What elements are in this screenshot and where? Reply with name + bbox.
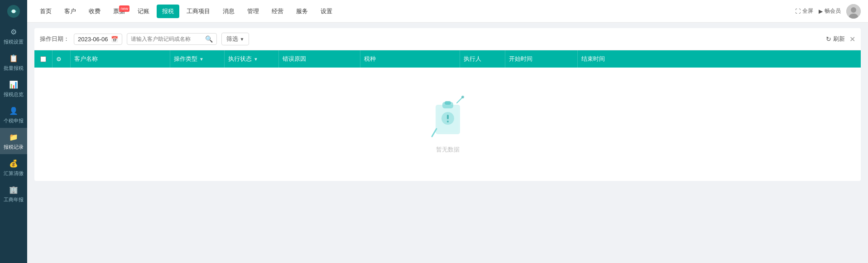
select-all-checkbox[interactable] xyxy=(40,56,46,62)
topnav-item-jingying[interactable]: 经营 xyxy=(266,5,289,18)
sort-icon-status: ▼ xyxy=(254,57,258,62)
gongshang-nianbao-label: 工商年报 xyxy=(4,196,24,203)
sidebar-item-baoshui-jilu[interactable]: 📁 报税记录 xyxy=(0,128,27,154)
sidebar-item-baoshui-zonlan[interactable]: 📊 报税总览 xyxy=(0,75,27,102)
search-box[interactable]: 🔍 xyxy=(127,33,217,45)
sidebar: ⚙ 报税设置 📋 批量报税 📊 报税总览 👤 个税申报 📁 报税记录 💰 汇算清… xyxy=(0,0,27,263)
th-operation-type-label: 操作类型 xyxy=(174,55,197,63)
svg-rect-11 xyxy=(447,121,449,122)
jingying-label: 经营 xyxy=(272,8,283,15)
main-panel: 操作日期： 2023-06-06 📅 🔍 筛选 ▼ ↻ 刷新 xyxy=(34,28,861,181)
home-label: 首页 xyxy=(40,8,52,15)
filter-button[interactable]: 筛选 ▼ xyxy=(221,33,249,45)
refresh-icon: ↻ xyxy=(826,35,831,43)
date-value: 2023-06-06 xyxy=(78,36,108,43)
svg-point-1 xyxy=(12,10,15,13)
shezhi-label: 设置 xyxy=(321,8,332,15)
baoshui-shezhi-label: 报税设置 xyxy=(4,39,24,45)
topnav-item-guanli[interactable]: 管理 xyxy=(242,5,264,18)
app-logo xyxy=(0,0,27,23)
geshuishenba-label: 个税申报 xyxy=(4,117,24,124)
date-picker[interactable]: 2023-06-06 📅 xyxy=(74,34,122,45)
th-execution-status-label: 执行状态 xyxy=(228,55,252,63)
baoshui-shezhi-icon: ⚙ xyxy=(8,26,19,37)
refresh-label: 刷新 xyxy=(833,35,845,43)
toolbar-right: ↻ 刷新 ✕ xyxy=(826,35,855,44)
play-icon: ▶ xyxy=(819,8,823,15)
calendar-icon: 📅 xyxy=(111,36,118,43)
th-checkbox[interactable] xyxy=(34,50,53,68)
member-label: 畅会员 xyxy=(825,7,841,15)
topnav-item-piaoju[interactable]: 票据new xyxy=(108,5,130,18)
topnav-item-fuwu[interactable]: 服务 xyxy=(291,5,313,18)
th-execution-status[interactable]: 执行状态 ▼ xyxy=(225,50,279,68)
date-label: 操作日期： xyxy=(40,35,69,43)
user-avatar[interactable] xyxy=(846,4,861,19)
refresh-button[interactable]: ↻ 刷新 xyxy=(826,35,845,43)
piaoju-badge: new xyxy=(119,5,129,12)
topnav-item-xiaoxi[interactable]: 消息 xyxy=(217,5,240,18)
topnav-item-baoshui[interactable]: 报税 xyxy=(157,5,179,18)
th-settings[interactable]: ⚙ xyxy=(53,50,71,68)
gongshang-label: 工商项目 xyxy=(187,8,210,15)
topnav: 首页客户收费票据new记账报税工商项目消息管理经营服务设置 ⛶ 全屏 ▶ 畅会员 xyxy=(27,0,868,23)
th-operation-type[interactable]: 操作类型 ▼ xyxy=(170,50,225,68)
topnav-right: ⛶ 全屏 ▶ 畅会员 xyxy=(795,4,861,19)
search-icon: 🔍 xyxy=(205,35,213,43)
th-start-time: 开始时间 xyxy=(505,50,578,68)
content-area: 操作日期： 2023-06-06 📅 🔍 筛选 ▼ ↻ 刷新 xyxy=(27,23,868,263)
member-button[interactable]: ▶ 畅会员 xyxy=(819,7,841,15)
chevron-down-icon: ▼ xyxy=(240,37,245,42)
empty-illustration xyxy=(427,95,468,140)
topnav-item-home[interactable]: 首页 xyxy=(34,5,57,18)
settings-icon: ⚙ xyxy=(56,56,62,63)
topnav-item-customer[interactable]: 客户 xyxy=(59,5,82,18)
topnav-item-shoufei[interactable]: 收费 xyxy=(83,5,106,18)
piliang-baoshui-icon: 📋 xyxy=(8,53,19,63)
sidebar-item-baoshui-shezhi[interactable]: ⚙ 报税设置 xyxy=(0,23,27,49)
topnav-item-shezhi[interactable]: 设置 xyxy=(315,5,338,18)
geshuishenba-icon: 👤 xyxy=(8,105,19,116)
toolbar: 操作日期： 2023-06-06 📅 🔍 筛选 ▼ ↻ 刷新 xyxy=(34,28,861,50)
baoshui-zonlan-label: 报税总览 xyxy=(4,91,24,98)
baoshui-zonlan-icon: 📊 xyxy=(8,79,19,90)
xiaoxi-label: 消息 xyxy=(223,8,235,15)
shoufei-label: 收费 xyxy=(89,8,101,15)
sidebar-item-gongshang-nianbao[interactable]: 🏢 工商年报 xyxy=(0,180,27,207)
fuwu-label: 服务 xyxy=(296,8,308,15)
empty-state: 暂无数据 xyxy=(34,68,861,181)
gongshang-nianbao-icon: 🏢 xyxy=(8,184,19,195)
svg-rect-8 xyxy=(445,101,451,105)
guanli-label: 管理 xyxy=(247,8,259,15)
table-header: ⚙ 客户名称 操作类型 ▼ 执行状态 ▼ 错误原因 税种 xyxy=(34,50,861,68)
huisuan-jiaona-icon: 💰 xyxy=(8,158,19,169)
jizhang-label: 记账 xyxy=(138,8,149,15)
close-button[interactable]: ✕ xyxy=(849,35,855,44)
th-error-reason: 错误原因 xyxy=(279,50,360,68)
fullscreen-button[interactable]: ⛶ 全屏 xyxy=(795,7,813,15)
main-area: 首页客户收费票据new记账报税工商项目消息管理经营服务设置 ⛶ 全屏 ▶ 畅会员 xyxy=(27,0,868,263)
fullscreen-icon: ⛶ xyxy=(795,8,801,15)
th-start-time-label: 开始时间 xyxy=(509,55,532,63)
th-executor-label: 执行人 xyxy=(464,55,481,63)
svg-point-14 xyxy=(461,96,464,98)
svg-rect-10 xyxy=(447,115,449,119)
huisuan-jiaona-label: 汇算清缴 xyxy=(4,170,24,177)
sidebar-item-geshuishenba[interactable]: 👤 个税申报 xyxy=(0,102,27,128)
sidebar-item-huisuan-jiaona[interactable]: 💰 汇算清缴 xyxy=(0,154,27,180)
topnav-item-gongshang[interactable]: 工商项目 xyxy=(181,5,216,18)
sort-icon-operation: ▼ xyxy=(199,57,204,62)
svg-point-3 xyxy=(851,7,856,13)
search-input[interactable] xyxy=(131,36,203,42)
empty-text: 暂无数据 xyxy=(436,146,460,154)
th-customer-name-label: 客户名称 xyxy=(74,55,98,63)
filter-label: 筛选 xyxy=(226,35,238,43)
th-error-reason-label: 错误原因 xyxy=(283,55,306,63)
baoshui-label: 报税 xyxy=(162,8,174,15)
th-customer-name: 客户名称 xyxy=(71,50,170,68)
topnav-item-jizhang[interactable]: 记账 xyxy=(132,5,155,18)
th-tax-type: 税种 xyxy=(360,50,460,68)
baoshui-jilu-label: 报税记录 xyxy=(4,144,24,151)
sidebar-item-piliang-baoshui[interactable]: 📋 批量报税 xyxy=(0,49,27,75)
th-tax-type-label: 税种 xyxy=(364,55,376,63)
